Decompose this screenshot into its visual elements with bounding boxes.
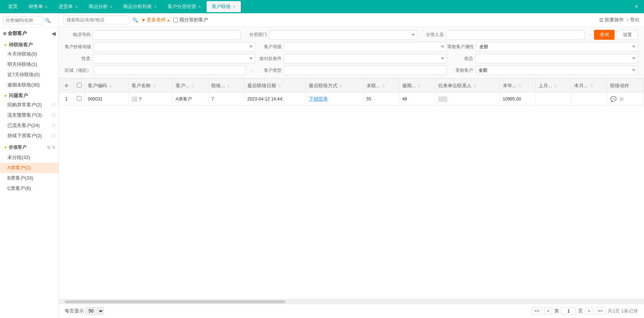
settings-button[interactable]: 设置 <box>617 30 638 40</box>
nav-home[interactable]: 首页 <box>3 1 23 12</box>
customer-type-field: 客户类型 <box>256 66 447 75</box>
nav-tab-analysis-list[interactable]: 商品分析列表 × <box>118 1 161 12</box>
th-customer-name[interactable]: 客户名称 ⇅ <box>129 79 172 93</box>
page-number-input[interactable] <box>561 307 576 315</box>
row-checkbox[interactable] <box>77 96 82 101</box>
nav-tab-customer-contact[interactable]: 客户联络 × <box>207 1 240 12</box>
th-unit-contacts[interactable]: 往来单位联系人 ⇅ <box>435 79 500 93</box>
filter-search-input[interactable] <box>63 15 129 24</box>
sidebar-item-unclassified[interactable]: 未分组(32) <box>0 152 58 163</box>
prev-page-button[interactable]: < <box>544 307 552 315</box>
table-area: ⚙ 客户编码 ⇅ 客户名称 ⇅ <box>59 78 644 318</box>
last-contact-method-link[interactable]: 下销货单 <box>309 96 328 102</box>
phone-input[interactable] <box>93 30 241 40</box>
batch-op-icon: ☰ <box>599 17 604 23</box>
region-input[interactable] <box>93 66 246 75</box>
customer-type-input[interactable] <box>284 66 447 75</box>
export-button[interactable]: ↑ 导出 <box>627 17 640 23</box>
retail-customer-select[interactable]: 全部 <box>475 66 638 75</box>
th-last-month[interactable]: 上月... ⇅ <box>536 79 571 93</box>
th-no-contact-days[interactable]: 未联... ⇅ <box>363 79 399 93</box>
sidebar-item-b-class[interactable]: B类客户(33) <box>0 173 58 183</box>
sort-name-icon: ⇅ <box>153 84 156 88</box>
last-page-button[interactable]: >> <box>595 307 605 315</box>
th-customer-type[interactable]: 客户... ⇅ <box>172 79 208 93</box>
customer-grade-select[interactable] <box>284 42 447 52</box>
sidebar-item-c-class[interactable]: C类客户(6) <box>0 183 58 194</box>
close-sales-tab[interactable]: × <box>45 4 47 9</box>
sidebar-item-repurchase-abnormal[interactable]: 回购异常客户(2) ⓘ <box>0 100 58 110</box>
refresh-value-icon[interactable]: ↻ <box>47 145 51 150</box>
sidebar-item-churned[interactable]: 已流失客户(24) ⓘ <box>0 120 58 131</box>
sort-year-icon: ⇅ <box>518 84 521 88</box>
payment-select[interactable] <box>284 54 447 63</box>
row-overdue-days: 48 <box>399 93 435 106</box>
nature-select[interactable] <box>93 54 255 63</box>
sidebar-all-customers-header[interactable]: ⊞ 全部客户 ◀ <box>0 28 58 39</box>
region-more-icon[interactable]: ··· <box>248 68 255 73</box>
sidebar-search-input[interactable] <box>3 16 43 24</box>
window-close-button[interactable]: × <box>632 2 641 11</box>
close-segment-tab[interactable]: × <box>198 4 201 9</box>
staff-more-icon[interactable]: ··· <box>587 32 594 38</box>
adv-filter-row-1: 电话号码 分管部门 分管人员 ··· 查询 设置 <box>65 30 638 40</box>
sidebar-item-overdue[interactable]: 逾期未联络(30) <box>0 80 58 90</box>
th-customer-code[interactable]: 客户编码 ⇅ <box>85 79 129 93</box>
status-select[interactable] <box>475 54 638 63</box>
batch-op-button[interactable]: ☰ 批量操作 <box>599 17 624 23</box>
close-analysis-list-tab[interactable]: × <box>154 4 156 9</box>
th-contact-count[interactable]: 联络... ⇅ <box>208 79 244 93</box>
staff-input[interactable] <box>446 30 585 40</box>
grid-icon: ⊞ <box>3 31 6 36</box>
retail-attr-field: 零散客户属性 全部 <box>447 42 638 52</box>
message-action-icon[interactable]: 💬 <box>610 96 616 102</box>
nav-tab-customer-segment[interactable]: 客户分层经营 × <box>162 1 206 12</box>
filter-search-button[interactable]: 🔍 <box>132 17 138 23</box>
close-purchase-tab[interactable]: × <box>75 4 77 9</box>
sidebar-item-today-pending[interactable]: 今天待联络(0) <box>0 49 58 59</box>
th-this-year[interactable]: 本年... ⇅ <box>500 79 535 93</box>
price-grade-select[interactable] <box>93 42 255 52</box>
sidebar-item-a-class[interactable]: A类客户(1) <box>0 163 58 173</box>
th-last-contact-date[interactable]: 最后联络日期 ⇅ <box>244 79 305 93</box>
th-overdue-days[interactable]: 逾期... ⇅ <box>399 79 435 93</box>
region-field: 区域（地区） ··· <box>65 66 255 75</box>
per-page-select[interactable]: 50 100 200 <box>85 307 104 315</box>
first-page-button[interactable]: << <box>532 307 542 315</box>
sidebar-all-customers-section: ⊞ 全部客户 ◀ <box>0 28 58 39</box>
select-all-checkbox[interactable] <box>77 83 82 88</box>
next-page-button[interactable]: > <box>585 307 593 315</box>
edit-value-icon[interactable]: ✎ <box>52 145 56 150</box>
row-this-year: 10995.00 <box>500 93 535 106</box>
nav-tab-purchase[interactable]: 进货单 × <box>53 1 82 12</box>
row-unit-contacts: RE . <box>435 93 500 106</box>
filter-more-conditions[interactable]: ▼ 更多条件 ▲ <box>141 17 170 23</box>
masked-customer-name: Ea <box>132 96 137 102</box>
table-scroll[interactable]: ⚙ 客户编码 ⇅ 客户名称 ⇅ <box>59 78 644 299</box>
staff-field: 分管人员 ··· <box>418 30 594 40</box>
sidebar-item-declining[interactable]: 持续下滑客户(2) ⓘ <box>0 131 58 141</box>
retail-attr-select[interactable]: 全部 <box>476 42 638 52</box>
phone-field: 电话号码 <box>65 30 241 40</box>
close-analysis-tab[interactable]: × <box>110 4 112 9</box>
sidebar-item-tomorrow-pending[interactable]: 明天待联络(1) <box>0 59 58 70</box>
row-customer-type: A类客户 <box>172 93 208 106</box>
dept-select[interactable] <box>269 30 417 40</box>
query-button[interactable]: 查询 <box>594 30 615 40</box>
th-contact-action: 联络动作 <box>607 79 644 93</box>
nav-tab-analysis[interactable]: 商品分析 × <box>83 1 117 12</box>
sidebar-item-7days-pending[interactable]: 近7天待联络(0) <box>0 70 58 80</box>
horizontal-scroll-area[interactable] <box>59 299 644 304</box>
th-this-month[interactable]: 本月... ⇅ <box>571 79 607 93</box>
table-settings-button[interactable]: ⚙ <box>63 82 70 89</box>
advanced-filter: 电话号码 分管部门 分管人员 ··· 查询 设置 <box>59 27 644 78</box>
sidebar-search-icon[interactable]: 🔍 <box>45 18 51 23</box>
sidebar-item-churn-warning[interactable]: 流失预警客户(3) ⓘ <box>0 110 58 120</box>
my-customers-checkbox-label[interactable]: 我分管的客户 <box>173 17 208 23</box>
th-last-contact-method[interactable]: 最后联络方式 ⇅ <box>305 79 363 93</box>
my-customers-checkbox[interactable] <box>173 18 178 22</box>
nav-tab-sales[interactable]: 销售单 × <box>24 1 53 12</box>
close-contact-tab[interactable]: × <box>233 4 235 9</box>
qr-action-icon[interactable]: ⊞ <box>619 96 624 102</box>
sort-nocontact-icon: ⇅ <box>382 84 385 88</box>
